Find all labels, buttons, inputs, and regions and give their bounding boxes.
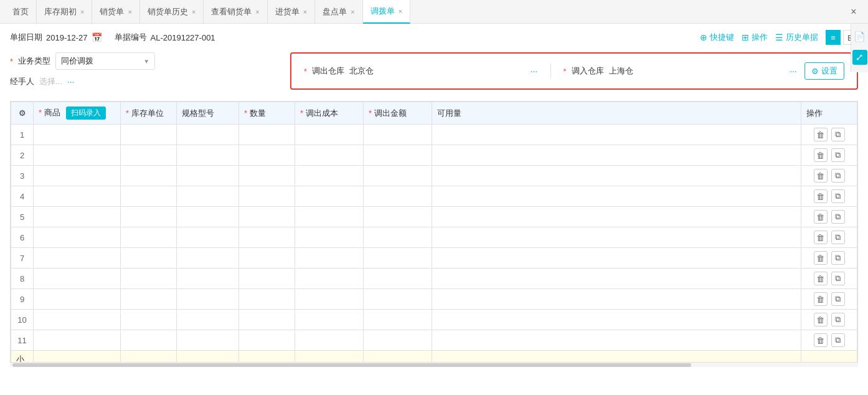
transfer-in-more-btn[interactable]: ··· <box>790 66 797 76</box>
tab-close-inventory[interactable]: × <box>80 8 84 16</box>
cell-cost[interactable] <box>295 330 364 351</box>
copy-row-button[interactable]: ⧉ <box>831 210 845 224</box>
tab-close-purchase[interactable]: × <box>303 8 307 16</box>
cell-cost[interactable] <box>295 166 364 186</box>
cell-product[interactable] <box>34 186 121 207</box>
copy-row-button[interactable]: ⧉ <box>831 169 845 183</box>
cell-quantity[interactable] <box>239 248 295 269</box>
copy-row-button[interactable]: ⧉ <box>831 128 845 141</box>
cell-amount[interactable] <box>364 310 432 330</box>
copy-row-button[interactable]: ⧉ <box>831 333 845 347</box>
cell-amount[interactable] <box>364 289 432 310</box>
cell-quantity[interactable] <box>239 269 295 289</box>
cell-quantity[interactable] <box>239 145 295 166</box>
cell-unit <box>121 269 177 289</box>
delete-row-button[interactable]: 🗑 <box>814 210 828 224</box>
cell-product[interactable] <box>34 125 121 145</box>
cell-product[interactable] <box>34 207 121 227</box>
settings-button[interactable]: ⚙ 设置 <box>804 62 844 80</box>
cell-amount[interactable] <box>364 166 432 186</box>
copy-row-button[interactable]: ⧉ <box>831 148 845 162</box>
cell-product[interactable] <box>34 330 121 351</box>
delete-row-button[interactable]: 🗑 <box>814 148 828 162</box>
tab-close-transfer[interactable]: × <box>399 7 402 15</box>
cell-amount[interactable] <box>364 227 432 248</box>
delete-row-button[interactable]: 🗑 <box>814 128 828 141</box>
horizontal-scrollbar[interactable] <box>10 362 858 367</box>
cell-quantity[interactable] <box>239 207 295 227</box>
cell-cost[interactable] <box>295 186 364 207</box>
delete-row-button[interactable]: 🗑 <box>814 313 828 326</box>
delete-row-button[interactable]: 🗑 <box>814 169 828 183</box>
tab-close-stocktake[interactable]: × <box>351 8 354 16</box>
history-action[interactable]: ☰ 历史单据 <box>775 32 818 43</box>
cell-product[interactable] <box>34 248 121 269</box>
tab-sales-order[interactable]: 销货单 × <box>92 0 139 24</box>
tab-bar-close-button[interactable]: × <box>844 2 863 21</box>
cell-product[interactable] <box>34 269 121 289</box>
operation-action[interactable]: ⊞ 操作 <box>742 32 768 43</box>
copy-row-button[interactable]: ⧉ <box>831 292 845 306</box>
cell-cost[interactable] <box>295 248 364 269</box>
copy-row-button[interactable]: ⧉ <box>831 189 845 203</box>
calendar-icon[interactable]: 📅 <box>92 32 102 42</box>
sidebar-document-icon[interactable]: 📄 <box>854 31 866 42</box>
handler-more-btn[interactable]: ··· <box>67 77 75 87</box>
sidebar-expand-icon[interactable]: ⤢ <box>852 50 867 65</box>
cell-quantity[interactable] <box>239 289 295 310</box>
business-type-dropdown[interactable]: 同价调拨 ▼ <box>55 52 155 70</box>
tab-home[interactable]: 首页 <box>5 0 37 24</box>
shortcut-action[interactable]: ⊕ 快捷键 <box>700 32 734 43</box>
cell-quantity[interactable] <box>239 186 295 207</box>
cell-cost[interactable] <box>295 289 364 310</box>
th-gear[interactable]: ⚙ <box>11 102 34 125</box>
tab-close-sales-history[interactable]: × <box>192 8 196 16</box>
cell-amount[interactable] <box>364 269 432 289</box>
cell-quantity[interactable] <box>239 125 295 145</box>
cell-quantity[interactable] <box>239 227 295 248</box>
copy-row-button[interactable]: ⧉ <box>831 251 845 265</box>
scan-entry-button[interactable]: 扫码录入 <box>66 107 106 120</box>
cell-amount[interactable] <box>364 207 432 227</box>
cell-amount[interactable] <box>364 248 432 269</box>
tab-transfer[interactable]: 调拨单 × <box>363 0 410 24</box>
cell-product[interactable] <box>34 310 121 330</box>
cell-amount[interactable] <box>364 186 432 207</box>
tab-stocktake[interactable]: 盘点单 × <box>315 0 362 24</box>
cell-product[interactable] <box>34 166 121 186</box>
delete-row-button[interactable]: 🗑 <box>814 292 828 306</box>
cell-product[interactable] <box>34 227 121 248</box>
tab-close-sales[interactable]: × <box>128 8 131 16</box>
delete-row-button[interactable]: 🗑 <box>814 189 828 203</box>
cell-product[interactable] <box>34 289 121 310</box>
cell-cost[interactable] <box>295 269 364 289</box>
copy-row-button[interactable]: ⧉ <box>831 313 845 326</box>
tab-purchase-order[interactable]: 进货单 × <box>268 0 315 24</box>
cell-cost[interactable] <box>295 310 364 330</box>
cell-product[interactable] <box>34 145 121 166</box>
cell-cost[interactable] <box>295 207 364 227</box>
cell-cost[interactable] <box>295 145 364 166</box>
delete-row-button[interactable]: 🗑 <box>814 251 828 265</box>
delete-row-button[interactable]: 🗑 <box>814 231 828 244</box>
cell-cost[interactable] <box>295 227 364 248</box>
copy-row-button[interactable]: ⧉ <box>831 272 845 285</box>
tab-sales-history[interactable]: 销货单历史 × <box>140 0 204 24</box>
transfer-out-more-btn[interactable]: ··· <box>531 66 538 76</box>
tab-close-view-sales[interactable]: × <box>255 8 259 16</box>
handler-placeholder[interactable]: 选择... <box>39 76 62 87</box>
cell-amount[interactable] <box>364 125 432 145</box>
cell-quantity[interactable] <box>239 330 295 351</box>
delete-row-button[interactable]: 🗑 <box>814 333 828 347</box>
cell-quantity[interactable] <box>239 166 295 186</box>
delete-row-button[interactable]: 🗑 <box>814 272 828 285</box>
cell-quantity[interactable] <box>239 310 295 330</box>
list-view-btn[interactable]: ≡ <box>826 30 841 45</box>
tab-inventory-init[interactable]: 库存期初 × <box>37 0 92 24</box>
copy-row-button[interactable]: ⧉ <box>831 231 845 244</box>
cell-amount[interactable] <box>364 145 432 166</box>
cell-cost[interactable] <box>295 125 364 145</box>
action-icons-group: 🗑⧉ <box>806 169 852 183</box>
tab-view-sales[interactable]: 查看销货单 × <box>204 0 267 24</box>
cell-amount[interactable] <box>364 330 432 351</box>
